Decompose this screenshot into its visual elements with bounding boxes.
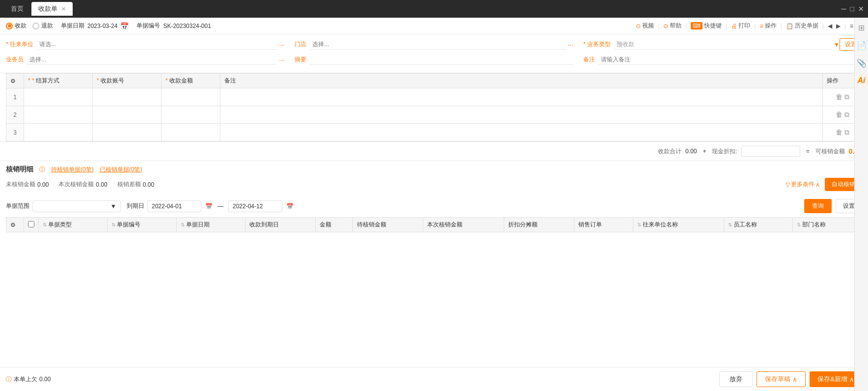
video-action[interactable]: ⊙ 视频 (636, 22, 654, 30)
summary-label: 摘要 (295, 56, 306, 64)
salesman-input[interactable] (27, 55, 277, 65)
print-action[interactable]: 🖨 打印 (731, 22, 750, 30)
date-to-input[interactable] (228, 200, 282, 212)
vt-sales-order-header: 销售订单 (574, 218, 633, 232)
row-2-amount[interactable] (162, 106, 220, 124)
vt-current-amount-header: 本次核销金额 (423, 218, 504, 232)
vt-pending-amount-header: 待核销金额 (353, 218, 423, 232)
current-amount-value: 0.00 (96, 181, 107, 188)
summary-input[interactable] (309, 55, 573, 65)
tab-receipt[interactable]: 收款单 ✕ (31, 2, 73, 16)
tab-home[interactable]: 首页 (4, 2, 30, 16)
save-draft-dropdown-icon[interactable]: ∧ (792, 376, 797, 383)
tab-close-icon[interactable]: ✕ (61, 6, 66, 12)
account-no-header: * 收款账号 (93, 74, 162, 88)
verified-tab[interactable]: 已核销单据(0笔) (100, 166, 142, 174)
business-type-field: * 业务类型 ▼ 设置 (583, 38, 862, 51)
row-3-amount[interactable] (162, 124, 220, 141)
maximize-btn[interactable]: □ (850, 5, 854, 13)
account-type-header: * 结算方式 (24, 74, 93, 88)
discount-input[interactable] (741, 146, 800, 157)
pending-tab[interactable]: 待核销单据(0笔) (51, 166, 94, 174)
salesman-more-icon[interactable]: ··· (279, 56, 285, 64)
row-2-copy-icon[interactable]: ⧉ (844, 111, 849, 119)
select-all-checkbox[interactable] (28, 221, 34, 227)
verify-info-icon[interactable]: ⓘ (39, 166, 45, 174)
row-2-delete-icon[interactable]: 🗑 (836, 111, 842, 119)
verifiable-label: 可核销金额 (815, 147, 845, 156)
refund-radio[interactable]: 退款 (32, 22, 53, 30)
doc-date-field: 单据日期 2023-03-24 📅 (61, 22, 129, 30)
row-num-1: 1 (6, 88, 24, 106)
query-button[interactable]: 查询 (804, 199, 832, 213)
row-2-account-type[interactable] (24, 106, 93, 124)
footer-info-icon[interactable]: ⓘ (6, 375, 12, 384)
print-icon: 🖨 (731, 23, 737, 29)
store-input[interactable] (309, 39, 566, 50)
salesman-label: 业务员 (6, 56, 24, 64)
row-1-account-type[interactable] (24, 88, 93, 106)
shortcut-action[interactable]: ⌨ 快捷键 (691, 22, 722, 30)
row-1-remark[interactable] (220, 88, 823, 106)
store-more-icon[interactable]: ··· (568, 41, 573, 49)
sidebar-clip-icon[interactable]: 📎 (856, 57, 868, 69)
doc-date-label: 单据日期 (61, 22, 84, 30)
counterpart-more-icon[interactable]: ··· (279, 41, 285, 49)
calendar-icon[interactable]: 📅 (120, 22, 129, 30)
save-new-dropdown-icon[interactable]: ∧ (849, 376, 854, 383)
row-1-amount[interactable] (162, 88, 220, 106)
minimize-btn[interactable]: ─ (841, 5, 846, 13)
table-row: 2 🗑 ⧉ (6, 106, 862, 124)
save-draft-button[interactable]: 保存草稿 ∧ (757, 371, 806, 387)
calendar-from-icon[interactable]: 📅 (205, 203, 213, 210)
row-num-2: 2 (6, 106, 24, 124)
business-type-input[interactable] (614, 39, 832, 50)
row-1-delete-icon[interactable]: 🗑 (836, 93, 842, 101)
help-action[interactable]: ⊙ 帮助 (663, 22, 681, 30)
vt-check-header[interactable] (24, 218, 39, 232)
current-amount-item: 本次核销金额 0.00 (58, 180, 107, 189)
row-1-account-no[interactable] (93, 88, 162, 106)
business-type-dropdown-icon[interactable]: ▼ (834, 41, 840, 48)
note-input[interactable] (598, 55, 862, 65)
doc-no-value[interactable]: SK-20230324-001 (163, 23, 211, 29)
row-2-remark[interactable] (220, 106, 823, 124)
receipt-refund-toggle: 收款 退款 (6, 22, 53, 30)
more-conditions-btn[interactable]: ▽ 更多条件 ∧ (786, 180, 820, 189)
doc-date-value[interactable]: 2023-03-24 (87, 23, 117, 29)
range-label: 单据范围 (6, 202, 29, 210)
verification-section: 核销明细 ⓘ 待核销单据(0笔) 已核销单据(0笔) 未核销金额 0.00 本次… (0, 161, 868, 367)
row-3-remark[interactable] (220, 124, 823, 141)
history-label: 历史单据 (795, 22, 818, 30)
table-settings-header[interactable]: ⚙ (6, 74, 24, 88)
row-3-account-type[interactable] (24, 124, 93, 141)
sidebar-ai-icon[interactable]: Ai (856, 75, 868, 86)
list-view-btn[interactable]: ≡ (850, 23, 853, 29)
sidebar-doc-icon[interactable]: 📄 (856, 39, 868, 51)
range-select[interactable]: ▼ (32, 200, 121, 212)
row-3-copy-icon[interactable]: ⧉ (844, 128, 849, 137)
sidebar-table-icon[interactable]: ⊞ (856, 22, 868, 33)
amount-header: * 收款金额 (162, 74, 220, 88)
operate-label: 操作 (765, 22, 777, 30)
row-2-account-no[interactable] (93, 106, 162, 124)
vt-settings-header[interactable]: ⚙ (6, 218, 24, 232)
discount-label: 现金折扣: (712, 147, 737, 156)
store-field: 门店 ··· (295, 39, 573, 50)
prev-btn[interactable]: ◀ (828, 23, 832, 29)
row-3-delete-icon[interactable]: 🗑 (836, 128, 842, 137)
current-amount-label: 本次核销金额 (58, 180, 94, 189)
footer: ⓘ 本单上欠 0.00 放弃 保存草稿 ∧ 保存&新增 ∧ (0, 367, 868, 391)
row-1-copy-icon[interactable]: ⧉ (844, 93, 849, 101)
calendar-to-icon[interactable]: 📅 (286, 203, 294, 210)
history-action[interactable]: 📋 历史单据 (786, 22, 818, 30)
date-from-input[interactable] (147, 200, 201, 212)
verify-table: ⚙ 单据类型 单据编号 单据日期 收款到期日 金额 待核销金额 本次核销金额 折… (6, 217, 862, 232)
counterpart-input[interactable] (36, 39, 277, 50)
next-btn[interactable]: ▶ (836, 23, 841, 29)
receipt-radio[interactable]: 收款 (6, 22, 27, 30)
row-3-account-no[interactable] (93, 124, 162, 141)
operate-action[interactable]: ≡ 操作 (760, 22, 777, 30)
discard-button[interactable]: 放弃 (719, 371, 753, 387)
close-btn[interactable]: ✕ (858, 5, 864, 13)
